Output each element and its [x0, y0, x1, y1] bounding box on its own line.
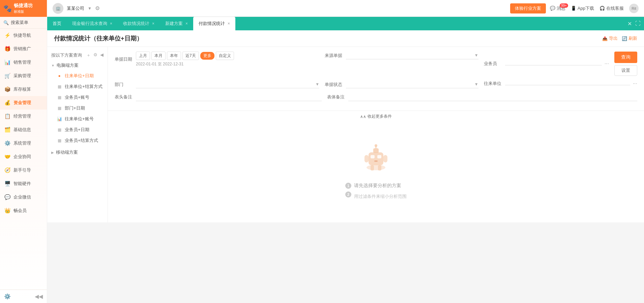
sidebar-menu: ⚡ 快捷导航 🎁 营销推广 📊 销售管理 🛒 采购管理 📦 库存核算 💰 资金管…	[0, 29, 47, 290]
dept-dropdown-arrow: ▼	[315, 82, 319, 87]
new-scheme-tab-close[interactable]: ×	[185, 21, 188, 26]
voucher-status-select[interactable]: ▼	[346, 81, 478, 88]
online-service-item[interactable]: 🎧 在线客服	[599, 5, 624, 11]
new-scheme-tab-label: 新建方案	[165, 21, 183, 27]
app-download-item[interactable]: 📱 App下载	[571, 5, 594, 11]
staff-dots-icon[interactable]: ···	[605, 61, 609, 67]
tab-home[interactable]: 首页	[47, 17, 67, 30]
scheme-item-unit-date[interactable]: ● 往来单位+日期	[47, 70, 108, 81]
date-btn-7days[interactable]: 近7天	[182, 52, 199, 60]
tab-close-all-icon[interactable]: ✕	[627, 21, 632, 27]
partner-dots-icon[interactable]: ···	[633, 81, 637, 87]
settings-icon[interactable]: ⚙	[95, 5, 100, 11]
date-btn-custom[interactable]: 自定义	[216, 52, 234, 60]
mobile-scheme-group: ▶ 移动端方案	[47, 147, 108, 157]
search-menu[interactable]: 🔍 搜索菜单	[0, 17, 47, 29]
weixin-icon: 💬	[4, 194, 11, 201]
scheme-item-unit-settle[interactable]: ▦ 往来单位+结算方式	[47, 81, 108, 92]
pc-scheme-title[interactable]: ▼ 电脑端方案	[47, 60, 108, 70]
sidebar-item-label: 新手引导	[13, 167, 31, 173]
sidebar-item-guide[interactable]: 🧭 新手引导	[0, 163, 47, 177]
date-btn-more[interactable]: 更多	[200, 52, 214, 60]
bank-tab-close[interactable]: ×	[110, 21, 112, 26]
trial-button[interactable]: 体验行业方案	[510, 3, 546, 13]
tab-new-scheme[interactable]: 新建方案 ×	[160, 17, 193, 30]
setting-button[interactable]: 设置	[614, 65, 637, 76]
sidebar-item-finance[interactable]: 💰 资金管理	[0, 96, 47, 110]
sidebar-item-operations[interactable]: 📋 经营管理	[0, 110, 47, 123]
date-btn-last-month[interactable]: 上月	[136, 52, 150, 60]
partner-select[interactable]	[505, 82, 630, 85]
tab-maximize-icon[interactable]: ⛶	[635, 21, 641, 27]
sidebar-item-purchase[interactable]: 🛒 采购管理	[0, 69, 47, 83]
sidebar-item-weixin[interactable]: 💬 企业微信	[0, 190, 47, 204]
top-bar-right: 💬 消息 99+ 📱 App下载 🎧 在线客服 Rit	[550, 4, 639, 13]
sidebar: 🐾 畅捷通坊 标准版 🔍 搜索菜单 ⚡ 快捷导航 🎁 营销推广 📊 销售管理 🛒…	[0, 0, 47, 303]
company-avatar: 🏢	[53, 3, 63, 14]
svg-rect-10	[371, 165, 374, 171]
mobile-icon: 📱	[571, 6, 576, 11]
source-label: 来源单据	[325, 53, 343, 59]
date-label: 单据日期	[115, 56, 133, 62]
empty-steps: 1 请先选择要分析的方案 2 用过滤条件来缩小分析范围	[345, 183, 407, 202]
header-note-input[interactable]	[136, 93, 322, 101]
step-2-num: 2	[345, 191, 351, 198]
sidebar-item-marketing[interactable]: 🎁 营销推广	[0, 42, 47, 56]
refresh-button[interactable]: 🔄 刷新	[622, 35, 637, 41]
scheme-table-icon2: ▦	[57, 95, 62, 100]
scheme-settings-icon[interactable]: ⚙	[93, 52, 97, 58]
sidebar-item-basic-info[interactable]: 🗂️ 基础信息	[0, 123, 47, 137]
filter-group-staff: 业务员 ··· 查询 设置	[484, 52, 637, 76]
sidebar-item-label: 资金管理	[13, 100, 31, 106]
filter-sidebar-title: 按以下方案查询	[51, 52, 82, 58]
scheme-item-dept-date[interactable]: ▦ 部门+日期	[47, 103, 108, 114]
collection-tab-close[interactable]: ×	[152, 21, 154, 26]
step-1-num: 1	[345, 183, 351, 189]
body-note-input[interactable]	[348, 93, 637, 101]
sidebar-item-label: 营销推广	[13, 46, 31, 52]
filter-group-date: 单据日期 上月 本月 本年 近7天 更多 自定义 20	[115, 52, 319, 67]
settings-bottom-icon[interactable]: ⚙️	[4, 293, 11, 300]
sidebar-item-quick-nav[interactable]: ⚡ 快捷导航	[0, 29, 47, 42]
payment-tab-close[interactable]: ×	[228, 21, 230, 26]
sidebar-item-cooperation[interactable]: 🤝 企业协同	[0, 150, 47, 163]
collapse-bar[interactable]: ∧∧ 收起更多条件	[108, 111, 644, 122]
tab-bar-right: ✕ ⛶	[624, 17, 644, 30]
sidebar-item-label: 销售管理	[13, 59, 31, 65]
add-scheme-icon[interactable]: ＋	[86, 52, 91, 58]
inventory-icon: 📦	[4, 86, 11, 93]
staff-select[interactable]	[505, 62, 602, 65]
sidebar-item-system[interactable]: ⚙️ 系统管理	[0, 137, 47, 150]
sidebar-item-inventory[interactable]: 📦 库存核算	[0, 83, 47, 96]
export-button[interactable]: 📤 导出	[602, 35, 618, 41]
dept-select[interactable]: ▼	[136, 81, 319, 88]
page-title: 付款情况统计（往来单位+日期）	[54, 34, 143, 42]
collapse-sidebar-panel-icon[interactable]: ◀	[100, 52, 104, 58]
user-profile[interactable]: Rit	[629, 4, 639, 13]
mobile-scheme-title[interactable]: ▶ 移动端方案	[47, 147, 108, 157]
sidebar-item-sales[interactable]: 📊 销售管理	[0, 56, 47, 69]
voucher-status-arrow: ▼	[474, 82, 478, 87]
tab-payment[interactable]: 付款情况统计 ×	[193, 17, 235, 30]
page-header-actions: 📤 导出 🔄 刷新	[602, 35, 637, 41]
collapse-sidebar-icon[interactable]: ◀◀	[35, 293, 43, 300]
notifications-item[interactable]: 💬 消息 99+	[550, 5, 565, 11]
scheme-item-staff-account[interactable]: ▦ 业务员+账号	[47, 92, 108, 103]
sidebar-item-vip[interactable]: 👑 畅会员	[0, 204, 47, 217]
scheme-item-staff-date[interactable]: ▦ 业务员+日期	[47, 124, 108, 135]
filter-sidebar-header-icons: ＋ ⚙ ◀	[86, 52, 104, 58]
scheme-item-label: 往来单位+日期	[65, 73, 94, 79]
tab-bank[interactable]: 现金银行流水查询 ×	[67, 17, 118, 30]
scheme-item-label: 往来单位+结算方式	[65, 84, 103, 90]
query-button[interactable]: 查询	[614, 52, 637, 63]
mobile-scheme-label: 移动端方案	[56, 149, 78, 155]
sidebar-item-hardware[interactable]: 🖥️ 智能硬件	[0, 177, 47, 190]
date-btn-this-month[interactable]: 本月	[151, 52, 166, 60]
source-select[interactable]: ▼	[346, 52, 478, 59]
scheme-item-unit-account[interactable]: 📊 往来单位+账号	[47, 114, 108, 124]
tab-collection[interactable]: 收款情况统计 ×	[118, 17, 160, 30]
scheme-item-staff-settle[interactable]: ▦ 业务员+结算方式	[47, 135, 108, 146]
company-dropdown-icon[interactable]: ▼	[88, 6, 92, 11]
date-btn-this-year[interactable]: 本年	[167, 52, 181, 60]
staff-label: 业务员	[484, 61, 502, 67]
